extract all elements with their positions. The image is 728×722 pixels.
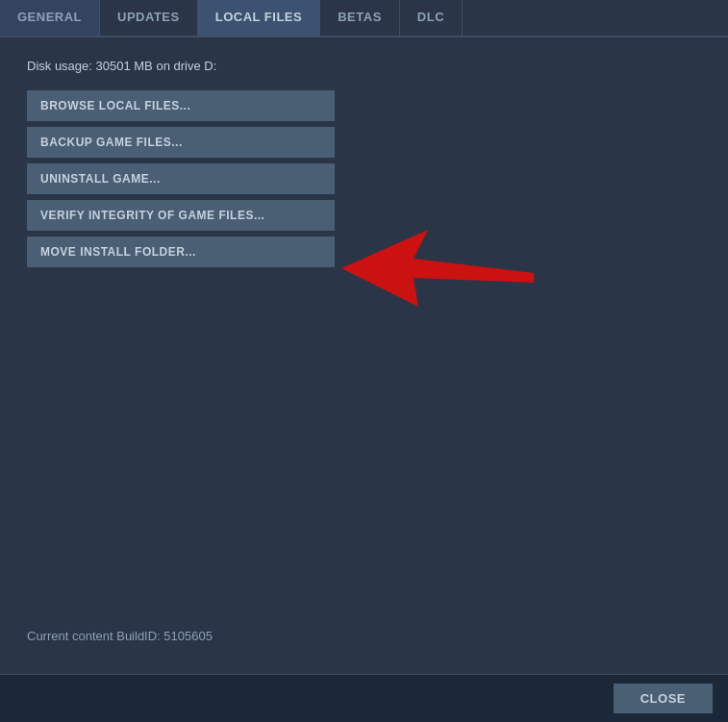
tab-bar: GENERAL UPDATES LOCAL FILES BETAS DLC [0,0,728,37]
browse-local-files-button[interactable]: BROWSE LOCAL FILES... [27,90,335,121]
tab-general[interactable]: GENERAL [0,0,100,36]
footer-bar: CLOSE [0,674,728,722]
move-install-folder-button[interactable]: MOVE INSTALL FOLDER... [27,237,335,267]
verify-integrity-button[interactable]: VERIFY INTEGRITY OF GAME FILES... [27,200,335,231]
tab-betas[interactable]: BETAS [320,0,400,36]
build-id-label: Current content BuildID: 5105605 [27,629,701,653]
backup-game-files-button[interactable]: BACKUP GAME FILES... [27,127,335,158]
tab-updates[interactable]: UPDATES [100,0,198,36]
tab-local-files[interactable]: LOCAL FILES [198,0,320,36]
action-buttons-list: BROWSE LOCAL FILES... BACKUP GAME FILES.… [27,90,335,267]
steam-properties-window: GENERAL UPDATES LOCAL FILES BETAS DLC Di… [0,0,728,722]
tab-dlc[interactable]: DLC [400,0,463,36]
content-area: Disk usage: 30501 MB on drive D: BROWSE … [0,37,728,674]
svg-marker-0 [341,230,534,307]
close-button[interactable]: CLOSE [614,684,713,713]
arrow-annotation [341,230,534,320]
disk-usage-label: Disk usage: 30501 MB on drive D: [27,59,701,73]
uninstall-game-button[interactable]: UNINSTALL GAME... [27,163,335,194]
